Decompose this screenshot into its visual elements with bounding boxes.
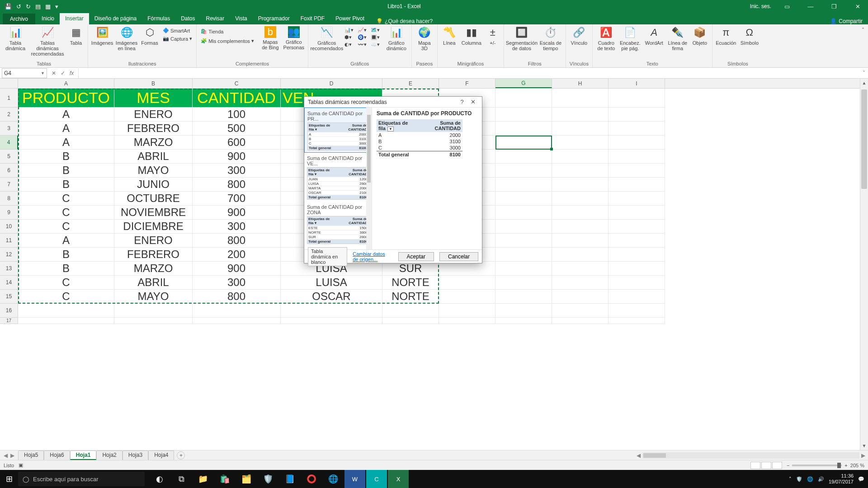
chart-type-icon[interactable]: 📊▾ <box>344 27 356 33</box>
app-icon[interactable]: ⭕ <box>301 470 322 488</box>
pivot-table-button[interactable]: 📊Tabla dinámica <box>3 25 28 51</box>
cell[interactable]: A <box>18 136 114 150</box>
cell[interactable]: ENERO <box>114 234 193 248</box>
cell[interactable] <box>114 318 193 324</box>
cell[interactable] <box>609 248 665 262</box>
cell[interactable] <box>193 304 281 318</box>
recommendation-item[interactable]: Suma de CANTIDAD por MESEtiquetas de fil… <box>304 246 372 249</box>
clock[interactable]: 11:3619/07/2017 <box>829 473 854 485</box>
screenshot-button[interactable]: 📷 Captura ▾ <box>161 35 193 42</box>
tray-icon[interactable]: 🛡️ <box>796 476 802 482</box>
cell[interactable] <box>609 290 665 304</box>
cell[interactable] <box>382 304 439 318</box>
cell[interactable] <box>609 108 665 122</box>
dialog-recommendations-list[interactable]: Suma de CANTIDAD por PR...˄Etiquetas de … <box>304 108 372 249</box>
cell[interactable] <box>552 318 609 324</box>
cell[interactable]: ABRIL <box>114 276 193 290</box>
cell[interactable]: 200 <box>193 248 281 262</box>
cell[interactable]: A <box>18 108 114 122</box>
tray-network-icon[interactable]: 🌐 <box>807 476 813 482</box>
explorer-icon[interactable]: 📁 <box>193 470 213 488</box>
chart-type-icon[interactable]: ◐▾ <box>344 42 356 47</box>
cell[interactable] <box>552 220 609 234</box>
minimize-icon[interactable]: — <box>803 3 818 10</box>
select-all-corner[interactable] <box>0 79 18 88</box>
sheet-tab[interactable]: Hoja4 <box>148 450 174 460</box>
cell[interactable]: B <box>18 178 114 192</box>
cell[interactable] <box>552 206 609 220</box>
close-icon[interactable]: ✕ <box>850 3 865 10</box>
cell[interactable] <box>552 108 609 122</box>
chart-type-icon[interactable]: 🗺️▾ <box>371 27 382 33</box>
enter-formula-icon[interactable]: ✓ <box>61 70 65 76</box>
tell-me-search[interactable]: 💡 ¿Qué desea hacer? <box>376 18 433 24</box>
tab-layout[interactable]: Diseño de página <box>89 13 142 24</box>
cell[interactable] <box>18 318 114 324</box>
cell[interactable]: MARZO <box>114 136 193 150</box>
cell[interactable] <box>609 178 665 192</box>
dialog-help-icon[interactable]: ? <box>457 99 467 105</box>
cell[interactable]: DICIEMBRE <box>114 220 193 234</box>
dialog-titlebar[interactable]: Tablas dinámicas recomendadas ? ✕ <box>304 97 482 108</box>
cell[interactable] <box>552 290 609 304</box>
collapse-ribbon-icon[interactable]: ˄ <box>862 27 864 33</box>
cell[interactable]: MARZO <box>114 262 193 276</box>
cell[interactable]: 900 <box>193 262 281 276</box>
chart-type-icon[interactable]: 🧿▾ <box>358 34 369 40</box>
store-icon[interactable]: 🛍️ <box>214 470 235 488</box>
column-header[interactable]: F <box>439 79 495 88</box>
timeline-button[interactable]: ⏱️Escala de tiempo <box>538 25 563 51</box>
column-header[interactable]: A <box>18 79 114 88</box>
cell[interactable] <box>609 304 665 318</box>
cell[interactable] <box>552 192 609 206</box>
cell[interactable]: MAYO <box>114 164 193 178</box>
sheet-tab[interactable]: Hoja5 <box>18 450 44 460</box>
cell[interactable]: 800 <box>193 234 281 248</box>
smartart-button[interactable]: 🔷 SmartArt <box>161 27 193 34</box>
ok-button[interactable]: Aceptar <box>398 252 434 261</box>
cell[interactable]: B <box>18 262 114 276</box>
row-header[interactable]: 3 <box>0 122 18 136</box>
cell[interactable] <box>114 304 193 318</box>
tab-review[interactable]: Revisar <box>201 13 230 24</box>
cell[interactable] <box>495 234 552 248</box>
sheet-tab[interactable]: Hoja3 <box>123 450 148 460</box>
view-normal-button[interactable] <box>750 462 760 469</box>
sheet-tab[interactable]: Hoja6 <box>44 450 70 460</box>
macro-record-icon[interactable]: ▣ <box>19 462 23 468</box>
cell[interactable] <box>495 136 552 150</box>
row-header[interactable]: 13 <box>0 262 18 276</box>
cortana-icon[interactable]: ◐ <box>149 470 170 488</box>
cell[interactable] <box>609 192 665 206</box>
cell[interactable] <box>495 262 552 276</box>
cancel-button[interactable]: Cancelar <box>439 252 478 261</box>
cell[interactable]: 900 <box>193 150 281 164</box>
cell[interactable] <box>495 318 552 324</box>
column-header[interactable]: B <box>114 79 193 88</box>
formula-input[interactable] <box>78 68 860 78</box>
sigline-button[interactable]: ✒️Línea de firma <box>667 25 689 51</box>
app-icon[interactable]: 🗂️ <box>236 470 257 488</box>
blank-pivot-button[interactable]: Tabla dinámica en blanco <box>308 247 347 266</box>
cell[interactable] <box>495 122 552 136</box>
column-header[interactable]: E <box>382 79 439 88</box>
qat-more-icon[interactable]: ▾ <box>55 3 58 10</box>
undo-icon[interactable]: ↺ <box>16 3 21 10</box>
sheet-nav-prev-icon[interactable]: ◀ <box>4 452 8 459</box>
cell[interactable] <box>439 318 495 324</box>
cell[interactable] <box>439 276 495 290</box>
cell[interactable] <box>552 136 609 150</box>
cell[interactable] <box>439 304 495 318</box>
cell[interactable] <box>382 318 439 324</box>
symbol-button[interactable]: ΩSímbolo <box>739 25 760 46</box>
fill-handle[interactable] <box>550 148 553 150</box>
cell[interactable] <box>18 304 114 318</box>
row-header[interactable]: 2 <box>0 108 18 122</box>
cell[interactable] <box>495 290 552 304</box>
cell[interactable] <box>495 108 552 122</box>
vertical-scrollbar[interactable]: ▲▼ <box>860 79 868 450</box>
object-button[interactable]: 📦Objeto <box>690 25 709 46</box>
change-source-link[interactable]: Cambiar datos de origen... <box>353 251 387 262</box>
cell[interactable]: 800 <box>193 178 281 192</box>
cell[interactable]: NORTE <box>382 290 439 304</box>
